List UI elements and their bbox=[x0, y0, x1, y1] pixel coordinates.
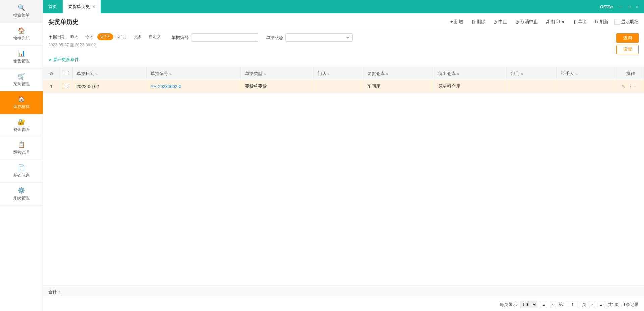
row-handler bbox=[556, 80, 617, 93]
page-suffix: 页 bbox=[582, 302, 586, 308]
sidebar-item-label: 采购管理 bbox=[13, 81, 30, 87]
sidebar-item-label: 系统管理 bbox=[13, 195, 30, 201]
select-all-checkbox[interactable] bbox=[64, 71, 68, 75]
table-container: ⚙ 单据日期 单据编号 单据类型 门店 要货仓库 待出仓库 部门 经手人 操作 bbox=[43, 67, 644, 286]
lock-icon: 🔐 bbox=[18, 118, 25, 126]
row-checkbox-cell bbox=[60, 80, 72, 93]
gear-icon: ⚙️ bbox=[18, 187, 25, 194]
doc-no-link[interactable]: YH-20230602-0 bbox=[151, 84, 181, 89]
doc-no-input[interactable] bbox=[191, 33, 258, 42]
page-label: 第 bbox=[559, 302, 563, 308]
tab-close-icon[interactable]: × bbox=[93, 4, 95, 9]
per-page-select[interactable]: 50 10 20 100 bbox=[520, 301, 537, 308]
col-doc-type[interactable]: 单据类型 bbox=[240, 67, 313, 80]
edit-icon[interactable]: ✎ bbox=[621, 84, 625, 89]
chip-more[interactable]: 更多 bbox=[131, 33, 145, 40]
col-settings[interactable]: ⚙ bbox=[43, 67, 60, 80]
refresh-button[interactable]: ↻ 刷新 bbox=[593, 17, 610, 26]
brand-label: OfTEn bbox=[600, 4, 613, 9]
expand-more[interactable]: ∨ 展开更多条件 bbox=[48, 57, 639, 63]
col-checkbox bbox=[60, 67, 72, 80]
row-num: 1 bbox=[43, 80, 60, 93]
more-icon[interactable]: ⋮⋮ bbox=[628, 84, 637, 89]
sidebar-item-system[interactable]: ⚙️ 系统管理 bbox=[0, 183, 43, 206]
row-checkbox[interactable] bbox=[64, 84, 68, 88]
doc-status-filter: 单据状态 bbox=[266, 33, 353, 42]
delete-button[interactable]: 🗑 删除 bbox=[469, 17, 487, 26]
sidebar-item-label: 搜索菜单 bbox=[13, 13, 30, 18]
toggle-box[interactable] bbox=[614, 19, 620, 25]
refresh-icon: ↻ bbox=[595, 19, 598, 25]
sidebar-item-search[interactable]: 🔍 搜索菜单 bbox=[0, 0, 43, 23]
sidebar-item-operation[interactable]: 📋 经营管理 bbox=[0, 137, 43, 160]
document-icon: 📄 bbox=[18, 164, 25, 171]
tab-active[interactable]: 要货单历史 × bbox=[63, 0, 101, 13]
sidebar-item-inventory[interactable]: 🏠 库存核算 bbox=[0, 91, 43, 114]
sidebar-item-finance[interactable]: 🔐 资金管理 bbox=[0, 114, 43, 137]
page-title: 要货单历史 bbox=[48, 18, 78, 26]
expand-label: 展开更多条件 bbox=[53, 57, 79, 63]
sidebar-item-label: 资金管理 bbox=[13, 127, 30, 133]
cancel-stop-icon: ⊘ bbox=[515, 19, 519, 25]
filter-group: 单据日期 昨天 今天 近7天 近1月 更多 自定义 2023-05-27 至 2… bbox=[48, 33, 639, 54]
prev-page-button[interactable]: ‹ bbox=[550, 301, 556, 308]
setting-button[interactable]: 设置 bbox=[616, 45, 639, 54]
doc-status-label: 单据状态 bbox=[266, 35, 283, 41]
sidebar: 🔍 搜索菜单 🏠 快捷导航 📊 销售管理 🛒 采购管理 🏠 库存核算 🔐 资金管… bbox=[0, 0, 43, 311]
window-minimize[interactable]: — bbox=[619, 4, 623, 9]
page-input[interactable] bbox=[566, 301, 579, 308]
stop-button[interactable]: ⊘ 中止 bbox=[491, 17, 509, 26]
col-handler[interactable]: 经手人 bbox=[556, 67, 617, 80]
window-maximize[interactable]: □ bbox=[628, 4, 631, 9]
sidebar-item-label: 库存核算 bbox=[13, 104, 30, 110]
first-page-button[interactable]: « bbox=[540, 301, 547, 308]
chip-yesterday[interactable]: 昨天 bbox=[68, 33, 81, 40]
chip-1month[interactable]: 近1月 bbox=[114, 33, 130, 40]
print-dropdown-icon[interactable]: ▼ bbox=[561, 20, 565, 24]
date-filter-item: 单据日期 昨天 今天 近7天 近1月 更多 自定义 bbox=[48, 33, 163, 40]
col-store[interactable]: 门店 bbox=[313, 67, 363, 80]
col-doc-no[interactable]: 单据编号 bbox=[146, 67, 240, 80]
print-label: 打印 bbox=[551, 19, 560, 25]
export-icon: ⬆ bbox=[573, 19, 577, 25]
next-page-button[interactable]: › bbox=[589, 301, 595, 308]
row-actions: ✎ ⋮⋮ bbox=[617, 80, 644, 93]
inventory-icon: 🏠 bbox=[18, 95, 25, 103]
sidebar-item-quick-nav[interactable]: 🏠 快捷导航 bbox=[0, 23, 43, 46]
delete-icon: 🗑 bbox=[471, 19, 475, 25]
topbar-right: OfTEn — □ × bbox=[600, 4, 644, 9]
last-page-button[interactable]: » bbox=[598, 301, 605, 308]
window-close[interactable]: × bbox=[636, 4, 639, 9]
col-doc-date[interactable]: 单据日期 bbox=[72, 67, 146, 80]
col-department[interactable]: 部门 bbox=[507, 67, 557, 80]
row-doc-date: 2023-06-02 bbox=[72, 80, 146, 93]
query-button[interactable]: 查询 bbox=[616, 33, 639, 43]
col-req-warehouse[interactable]: 要货仓库 bbox=[363, 67, 434, 80]
sidebar-item-basic-info[interactable]: 📄 基础信息 bbox=[0, 160, 43, 183]
col-operation: 操作 bbox=[617, 67, 644, 80]
sidebar-item-purchase[interactable]: 🛒 采购管理 bbox=[0, 69, 43, 91]
filter-bar: 单据日期 昨天 今天 近7天 近1月 更多 自定义 2023-05-27 至 2… bbox=[43, 29, 644, 67]
tab-home[interactable]: 首页 bbox=[43, 0, 63, 13]
stop-icon: ⊘ bbox=[493, 19, 497, 25]
new-button[interactable]: ＋ + 新增 bbox=[447, 17, 465, 26]
export-button[interactable]: ⬆ 导出 bbox=[571, 17, 589, 26]
operation-icon: 📋 bbox=[18, 141, 25, 148]
table-header-row: ⚙ 单据日期 单据编号 单据类型 门店 要货仓库 待出仓库 部门 经手人 操作 bbox=[43, 67, 644, 80]
chip-7days[interactable]: 近7天 bbox=[97, 33, 113, 40]
cancel-stop-button[interactable]: ⊘ 取消中止 bbox=[513, 17, 540, 26]
pagination: 每页显示 50 10 20 100 « ‹ 第 页 › » 共1页，1条记录 bbox=[43, 298, 644, 311]
chip-custom[interactable]: 自定义 bbox=[146, 33, 163, 40]
chip-today[interactable]: 今天 bbox=[83, 33, 96, 40]
table-row: 1 2023-06-02 YH-20230602-0 要货单要货 车间库 原材料… bbox=[43, 80, 644, 93]
data-table: ⚙ 单据日期 单据编号 单据类型 门店 要货仓库 待出仓库 部门 经手人 操作 bbox=[43, 67, 644, 93]
col-pending-warehouse[interactable]: 待出仓库 bbox=[434, 67, 507, 80]
total-info: 共1页，1条记录 bbox=[608, 302, 639, 308]
sidebar-item-sales[interactable]: 📊 销售管理 bbox=[0, 46, 43, 69]
display-detail-toggle[interactable]: 显示明细 bbox=[614, 19, 639, 25]
doc-status-select[interactable] bbox=[285, 33, 353, 42]
print-button[interactable]: 🖨 打印 ▼ bbox=[544, 17, 567, 26]
delete-label: 删除 bbox=[477, 19, 485, 25]
date-filter-col: 单据日期 昨天 今天 近7天 近1月 更多 自定义 2023-05-27 至 2… bbox=[48, 33, 163, 48]
footer-summary: 合计： bbox=[43, 286, 644, 298]
